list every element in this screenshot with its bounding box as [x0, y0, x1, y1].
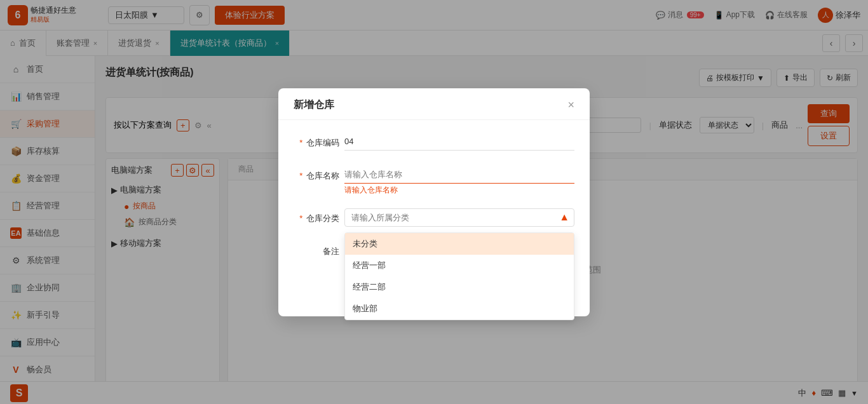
name-label: * 仓库名称	[294, 166, 344, 186]
required-star-classify: *	[299, 213, 302, 223]
code-input[interactable]	[344, 133, 574, 151]
classify-field: ▲ 未分类 经营一部 经营二部 物业部	[344, 208, 574, 227]
dropdown-item-dept3[interactable]: 物业部	[345, 298, 574, 320]
required-star-code: *	[299, 138, 302, 147]
form-row-classify: * 仓库分类 ▲ 未分类 经营一部 经营二部 物业部	[294, 208, 574, 229]
dropdown-item-unclassified[interactable]: 未分类	[345, 233, 574, 255]
modal-header: 新增仓库 ×	[278, 88, 590, 120]
code-label: * 仓库编码	[294, 133, 344, 153]
form-row-name: * 仓库名称 请输入仓库名称	[294, 166, 574, 196]
classify-dropdown: 未分类 经营一部 经营二部 物业部	[344, 232, 574, 320]
classify-arrow-icon[interactable]: ▲	[559, 212, 569, 223]
name-error-msg: 请输入仓库名称	[344, 185, 574, 196]
required-star-name: *	[299, 171, 302, 180]
modal-close-button[interactable]: ×	[567, 99, 574, 111]
modal-overlay: 新增仓库 × * 仓库编码 * 仓库名称	[0, 0, 868, 404]
form-row-code: * 仓库编码	[294, 133, 574, 153]
modal-title: 新增仓库	[294, 98, 334, 112]
name-input[interactable]	[344, 166, 574, 184]
modal-body: * 仓库编码 * 仓库名称 请输入仓库名称	[278, 120, 590, 262]
classify-label: * 仓库分类	[294, 208, 344, 229]
name-field: 请输入仓库名称	[344, 166, 574, 196]
classify-input[interactable]	[344, 208, 574, 227]
remark-label: 备注	[294, 241, 344, 262]
code-field	[344, 133, 574, 151]
dropdown-item-dept2[interactable]: 经营二部	[345, 276, 574, 298]
modal-add-warehouse: 新增仓库 × * 仓库编码 * 仓库名称	[278, 88, 590, 316]
dropdown-item-dept1[interactable]: 经营一部	[345, 255, 574, 276]
